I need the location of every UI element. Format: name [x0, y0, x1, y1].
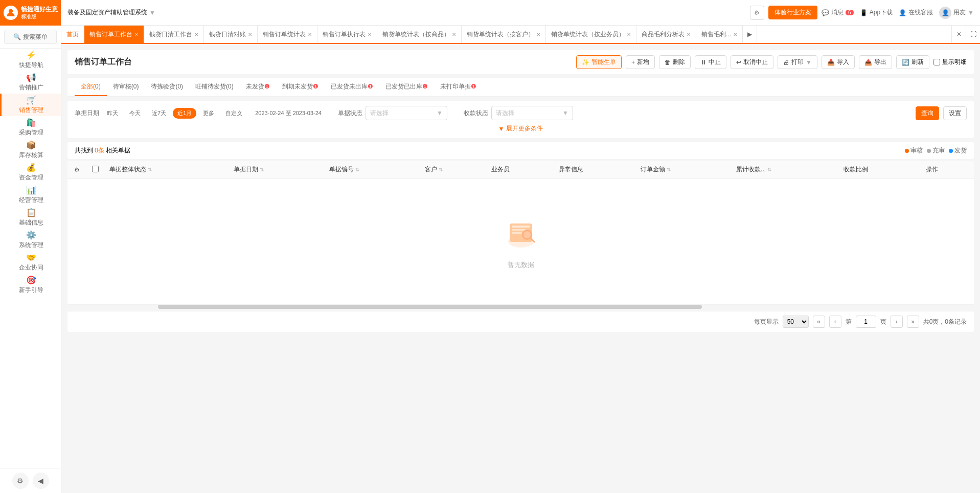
sidebar-item-purchase[interactable]: 🛍️ 采购管理 — [0, 116, 61, 139]
import-button[interactable]: 📥 导入 — [822, 55, 855, 69]
sidebar-item-operations[interactable]: 📊 经营管理 — [0, 184, 61, 206]
page-number-input[interactable] — [856, 316, 876, 328]
tab-action-close-all[interactable]: ✕ — [951, 26, 966, 43]
message-button[interactable]: 💬 消息 6 — [822, 8, 854, 17]
filter-tab-expired-unshipped[interactable]: 到期未发货❶ — [276, 78, 325, 96]
th-checkbox[interactable] — [86, 161, 104, 178]
refresh-button[interactable]: 🔄 刷新 — [896, 55, 929, 69]
tab-sales-margin[interactable]: 销售毛利... ✕ — [696, 26, 743, 43]
th-date[interactable]: 单据日期⇅ — [229, 161, 324, 178]
tab-sales-order-workbench[interactable]: 销售订单工作台 ✕ — [84, 26, 144, 43]
tab-close-icon-3[interactable]: ✕ — [248, 32, 252, 37]
search-menu-button[interactable]: 🔍 搜索菜单 — [4, 30, 57, 44]
next-page-button[interactable]: › — [891, 316, 903, 328]
filter-tab-unshipped[interactable]: 未发货❶ — [240, 78, 276, 96]
tab-home[interactable]: 首页 — [61, 26, 84, 43]
tab-close-icon-6[interactable]: ✕ — [452, 32, 456, 37]
pause-button[interactable]: ⏸ 中止 — [695, 55, 726, 69]
filter-tab-all[interactable]: 全部(0) — [75, 78, 107, 96]
sidebar-item-sales[interactable]: 🛒 销售管理 — [0, 94, 61, 116]
th-number[interactable]: 单据编号⇅ — [324, 161, 420, 178]
sidebar-item-guide[interactable]: 🎯 新手引导 — [0, 274, 61, 296]
tab-shipment-by-product[interactable]: 销货单统计表（按商品） ✕ — [377, 26, 462, 43]
th-customer[interactable]: 客户⇅ — [420, 161, 486, 178]
date-today-btn[interactable]: 今天 — [125, 108, 145, 119]
sidebar-item-marketing[interactable]: 📢 营销推广 — [0, 71, 61, 94]
query-button[interactable]: 查询 — [916, 106, 939, 120]
filter-tab-shipped-not-out[interactable]: 已发货未出库❶ — [325, 78, 379, 96]
tab-margin-analysis[interactable]: 商品毛利分析表 ✕ — [636, 26, 696, 43]
th-salesperson-label: 业务员 — [491, 166, 510, 173]
user-menu-button[interactable]: 👤 用友 ▼ — [939, 7, 974, 19]
sidebar-item-system[interactable]: ⚙️ 系统管理 — [0, 229, 61, 251]
sidebar-item-quick-nav[interactable]: ⚡ 快捷导航 — [0, 49, 61, 71]
tab-shipment-by-customer[interactable]: 销货单统计表（按客户） ✕ — [462, 26, 546, 43]
th-status[interactable]: 单据整体状态⇅ — [104, 161, 229, 178]
select-all-checkbox[interactable] — [92, 166, 99, 172]
sidebar-item-inventory[interactable]: 📦 库存核算 — [0, 139, 61, 161]
setting-button[interactable]: 设置 — [943, 106, 967, 120]
filter-tab-pending-check[interactable]: 待拣验货(0) — [145, 78, 189, 96]
tab-close-icon-8[interactable]: ✕ — [627, 32, 631, 37]
horizontal-scrollbar[interactable] — [67, 305, 974, 309]
date-custom-btn[interactable]: 自定义 — [221, 108, 247, 119]
last-page-button[interactable]: » — [907, 316, 919, 328]
tab-shipment-by-salesperson[interactable]: 销货单统计表（按业务员） ✕ — [546, 26, 636, 43]
cancel-audit-action[interactable]: 充审 — [927, 146, 945, 155]
audit-action[interactable]: 审核 — [905, 146, 923, 155]
filter-tab-unprinted[interactable]: 未打印单据❶ — [434, 78, 483, 96]
date-1month-btn[interactable]: 近1月 — [173, 108, 196, 119]
industry-solution-button[interactable]: 体验行业方案 — [768, 6, 817, 19]
sidebar-item-enterprise[interactable]: 🤝 企业协同 — [0, 251, 61, 274]
orders-table: ⚙ 单据整体状态⇅ 单据日期⇅ 单据编号⇅ 客户⇅ 业务员 异常信息 订单金额⇅… — [67, 161, 974, 305]
tab-close-icon-10[interactable]: ✕ — [733, 32, 737, 37]
tab-close-icon-7[interactable]: ✕ — [536, 32, 540, 37]
collection-filter-select[interactable]: 请选择 ▼ — [491, 106, 573, 120]
sidebar-item-finance[interactable]: 💰 资金管理 — [0, 161, 61, 184]
tab-cash-reconcile[interactable]: 钱货日清对账 ✕ — [204, 26, 258, 43]
add-button[interactable]: + 新增 — [626, 55, 655, 69]
system-title-dropdown[interactable]: 装备及固定资产辅助管理系统 ▼ — [67, 8, 155, 17]
prev-page-button[interactable]: ‹ — [829, 316, 841, 328]
tab-close-icon-5[interactable]: ✕ — [368, 32, 372, 37]
cancel-pause-button[interactable]: ↩ 取消中止 — [731, 55, 773, 69]
tab-action-maximize[interactable]: ⛶ — [966, 26, 980, 43]
per-page-select[interactable]: 50 100 200 — [783, 316, 809, 328]
gear-settings-btn[interactable]: ⚙ — [750, 6, 764, 20]
th-amount[interactable]: 订单金额⇅ — [635, 161, 731, 178]
tab-close-icon-2[interactable]: ✕ — [194, 32, 198, 37]
status-filter-select[interactable]: 请选择 ▼ — [366, 106, 447, 120]
first-page-button[interactable]: « — [813, 316, 825, 328]
date-more-btn[interactable]: 更多 — [198, 108, 219, 119]
expand-more-conditions-button[interactable]: ▼ 展开更多条件 — [498, 124, 543, 133]
tab-sales-stats[interactable]: 销售订单统计表 ✕ — [258, 26, 317, 43]
filter-tab-wangpu[interactable]: 旺铺待发货(0) — [189, 78, 240, 96]
tab-cash-daily[interactable]: 钱货日清工作台 ✕ — [144, 26, 204, 43]
tab-close-icon-4[interactable]: ✕ — [308, 32, 312, 37]
ship-action[interactable]: 发货 — [949, 146, 967, 155]
app-download-button[interactable]: 📱 App下载 — [860, 8, 893, 17]
th-collected[interactable]: 累计收款...⇅ — [731, 161, 838, 178]
th-settings[interactable]: ⚙ — [67, 161, 86, 178]
show-detail-checkbox[interactable] — [933, 59, 940, 65]
tab-close-icon[interactable]: ✕ — [134, 32, 139, 37]
collapse-button[interactable]: ◀ — [33, 473, 49, 489]
export-button[interactable]: 📤 导出 — [859, 55, 892, 69]
tab-close-icon-9[interactable]: ✕ — [687, 32, 691, 37]
tab-sales-exec[interactable]: 销售订单执行表 ✕ — [317, 26, 377, 43]
show-detail-checkbox-label[interactable]: 显示明细 — [933, 58, 967, 66]
smart-generate-button[interactable]: ✨ 智能生单 — [576, 55, 622, 69]
filter-tab-shipped-out[interactable]: 已发货已出库❶ — [379, 78, 434, 96]
svg-rect-5 — [512, 232, 522, 234]
filter-tab-pending-review[interactable]: 待审核(0) — [107, 78, 145, 96]
tab-more-button[interactable]: ▶ — [743, 26, 757, 43]
date-yesterday-btn[interactable]: 昨天 — [102, 108, 123, 119]
page-prefix-label: 第 — [846, 318, 852, 326]
print-button[interactable]: 🖨 打印 ▼ — [778, 55, 817, 69]
sidebar-item-basic-info[interactable]: 📋 基础信息 — [0, 206, 61, 229]
date-7days-btn[interactable]: 近7天 — [147, 108, 171, 119]
delete-button[interactable]: 🗑 删除 — [659, 55, 691, 69]
settings-button[interactable]: ⚙ — [12, 473, 29, 489]
online-service-button[interactable]: 👤 在线客服 — [899, 8, 933, 17]
scrollbar-thumb[interactable] — [158, 305, 702, 309]
